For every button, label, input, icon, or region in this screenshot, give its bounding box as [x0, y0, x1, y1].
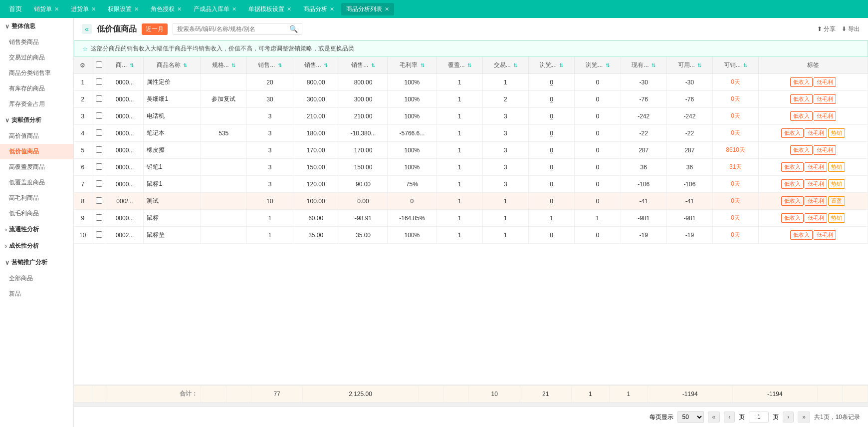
col-margin[interactable]: 毛利率 ⇅: [388, 57, 436, 74]
row-select-checkbox[interactable]: [96, 95, 102, 102]
row-select-checkbox[interactable]: [96, 214, 102, 221]
sidebar-item-new-goods[interactable]: 新品: [0, 286, 73, 302]
browse1-link[interactable]: 0: [550, 96, 553, 103]
sidebar-section-growth[interactable]: › 成长性分析: [0, 238, 73, 254]
nav-product-inbound[interactable]: 产成品入库单✕: [189, 3, 241, 15]
row-browse1-9[interactable]: 0: [529, 227, 575, 244]
col-amount[interactable]: 销售... ⇅: [293, 57, 339, 74]
checkbox-column-header[interactable]: [92, 57, 106, 74]
first-page-button[interactable]: «: [708, 412, 720, 423]
close-icon[interactable]: ✕: [177, 6, 182, 12]
row-select-checkbox[interactable]: [96, 180, 102, 187]
sidebar-item-high-margin[interactable]: 高毛利商品: [0, 190, 73, 206]
nav-product-analysis-list[interactable]: 商品分析列表✕: [341, 3, 394, 15]
col-name[interactable]: 商品名称 ⇅: [144, 57, 201, 74]
share-button[interactable]: ⬆ 分享: [817, 25, 836, 33]
sidebar-item-traded-goods[interactable]: 交易过的商品: [0, 50, 73, 65]
row-browse1-4[interactable]: 0: [529, 142, 575, 159]
row-browse1-2[interactable]: 0: [529, 108, 575, 125]
sidebar-item-high-value[interactable]: 高价值商品: [0, 128, 73, 144]
col-trade[interactable]: 交易... ⇅: [482, 57, 528, 74]
row-checkbox-6[interactable]: [92, 176, 106, 193]
browse1-link[interactable]: 1: [550, 215, 553, 222]
search-input[interactable]: [177, 25, 287, 32]
row-browse1-5[interactable]: 0: [529, 159, 575, 176]
nav-permission[interactable]: 权限设置✕: [103, 3, 144, 15]
col-qty[interactable]: 销售... ⇅: [247, 57, 293, 74]
sidebar-section-circulation[interactable]: › 流通性分析: [0, 221, 73, 238]
browse1-link[interactable]: 0: [550, 164, 553, 171]
sidebar-section-overall[interactable]: ∨ 整体信息: [0, 18, 73, 34]
sidebar-item-low-value[interactable]: 低价值商品: [0, 144, 73, 159]
row-select-checkbox[interactable]: [96, 197, 102, 204]
sidebar-item-low-coverage[interactable]: 低覆盖度商品: [0, 175, 73, 190]
col-salable[interactable]: 可销... ⇅: [713, 57, 759, 74]
close-icon[interactable]: ✕: [232, 6, 236, 12]
search-icon[interactable]: 🔍: [289, 25, 298, 33]
row-checkbox-9[interactable]: [92, 227, 106, 244]
sidebar-item-category-sales-rate[interactable]: 商品分类销售率: [0, 65, 73, 81]
next-page-button[interactable]: ›: [783, 412, 794, 423]
select-all-checkbox[interactable]: [96, 61, 102, 68]
browse1-link[interactable]: 0: [550, 130, 553, 137]
row-checkbox-4[interactable]: [92, 142, 106, 159]
col-browse1[interactable]: 浏览... ⇅: [529, 57, 575, 74]
browse1-link[interactable]: 0: [550, 79, 553, 86]
row-select-checkbox[interactable]: [96, 78, 102, 85]
sidebar-item-inventory-capital[interactable]: 库存资金占用: [0, 96, 73, 112]
per-page-select[interactable]: 50 100 200: [677, 411, 704, 423]
sidebar-item-all-goods[interactable]: 全部商品: [0, 271, 73, 286]
row-browse1-6[interactable]: 0: [529, 176, 575, 193]
row-select-checkbox[interactable]: [96, 231, 102, 238]
col-coverage[interactable]: 覆盖... ⇅: [436, 57, 482, 74]
col-spec[interactable]: 规格... ⇅: [201, 57, 247, 74]
row-select-checkbox[interactable]: [96, 163, 102, 170]
sidebar-section-marketing[interactable]: ∨ 营销推广分析: [0, 254, 73, 271]
sidebar-item-sales-goods[interactable]: 销售类商品: [0, 34, 73, 50]
close-icon[interactable]: ✕: [385, 6, 389, 12]
row-browse1-7[interactable]: 0: [529, 193, 575, 210]
col-avg-price[interactable]: 销售... ⇅: [339, 57, 387, 74]
browse1-link[interactable]: 0: [550, 232, 553, 239]
browse1-link[interactable]: 0: [550, 181, 553, 188]
close-icon[interactable]: ✕: [91, 6, 96, 12]
browse1-link[interactable]: 0: [550, 113, 553, 120]
row-checkbox-7[interactable]: [92, 193, 106, 210]
page-input[interactable]: [749, 412, 769, 423]
nav-product-analysis[interactable]: 商品分析✕: [298, 3, 339, 15]
settings-icon[interactable]: ⚙: [80, 62, 85, 69]
nav-home[interactable]: 首页: [4, 2, 27, 15]
row-checkbox-2[interactable]: [92, 108, 106, 125]
time-filter-button[interactable]: 近一月: [142, 23, 168, 35]
close-icon[interactable]: ✕: [54, 6, 59, 12]
row-browse1-0[interactable]: 0: [529, 74, 575, 91]
row-browse1-8[interactable]: 1: [529, 210, 575, 227]
close-icon[interactable]: ✕: [330, 6, 334, 12]
sidebar-section-contribution[interactable]: ∨ 贡献值分析: [0, 112, 73, 128]
row-checkbox-8[interactable]: [92, 210, 106, 227]
row-browse1-1[interactable]: 0: [529, 91, 575, 108]
browse1-link[interactable]: 0: [550, 147, 553, 154]
row-select-checkbox[interactable]: [96, 112, 102, 119]
sidebar-item-high-coverage[interactable]: 高覆盖度商品: [0, 159, 73, 175]
nav-purchase-order[interactable]: 进货单✕: [66, 3, 101, 15]
col-tags[interactable]: 标签: [759, 57, 868, 74]
col-browse2[interactable]: 浏览... ⇅: [575, 57, 621, 74]
close-icon[interactable]: ✕: [287, 6, 291, 12]
export-button[interactable]: ⬇ 导出: [842, 25, 860, 33]
last-page-button[interactable]: »: [798, 412, 810, 423]
sidebar-item-in-stock-goods[interactable]: 有库存的商品: [0, 81, 73, 96]
col-code[interactable]: 商... ⇅: [106, 57, 144, 74]
sidebar-item-low-margin[interactable]: 低毛利商品: [0, 206, 73, 221]
row-checkbox-5[interactable]: [92, 159, 106, 176]
nav-role-auth[interactable]: 角色授权✕: [146, 3, 187, 15]
prev-page-button[interactable]: ‹: [724, 412, 735, 423]
row-select-checkbox[interactable]: [96, 146, 102, 153]
row-browse1-3[interactable]: 0: [529, 125, 575, 142]
col-available[interactable]: 可用... ⇅: [666, 57, 712, 74]
nav-template-settings[interactable]: 单据模板设置✕: [243, 3, 296, 15]
row-checkbox-3[interactable]: [92, 125, 106, 142]
browse1-link[interactable]: 0: [550, 198, 553, 205]
col-current[interactable]: 现有... ⇅: [621, 57, 666, 74]
settings-column-header[interactable]: ⚙: [74, 57, 92, 74]
